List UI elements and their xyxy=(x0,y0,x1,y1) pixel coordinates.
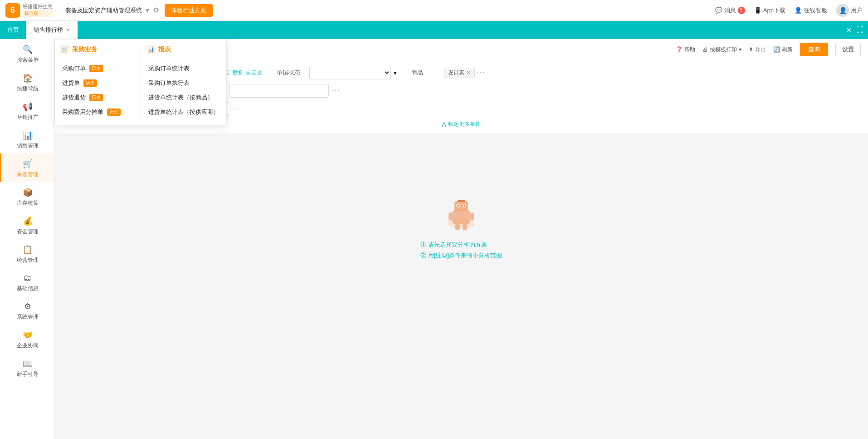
sidebar-item-inventory[interactable]: 📦 库存核算 xyxy=(0,182,54,211)
salesperson-input[interactable] xyxy=(229,84,329,98)
purchase-header-icon: 🛒 xyxy=(60,45,69,54)
purchase-order-exec-label: 采购订单执行表 xyxy=(148,79,190,87)
message-badge: 5 xyxy=(738,7,745,14)
goods-tag-close[interactable]: ✕ xyxy=(466,69,471,76)
title-dropdown-btn[interactable]: ▾ xyxy=(146,6,149,15)
service-label: 在线客服 xyxy=(804,6,827,15)
svg-point-6 xyxy=(463,205,465,207)
tabbar-actions: ✕ ⛶ xyxy=(846,26,868,35)
dropdown-item-goods-stat-supplier[interactable]: 进货单统计表（按供应商） xyxy=(146,105,221,119)
sidebar-item-quick-nav-label: 快捷导航 xyxy=(17,85,39,93)
service-btn[interactable]: 👤 在线客服 xyxy=(795,6,827,15)
refresh-btn[interactable]: 🔄 刷新 xyxy=(773,46,793,54)
help-label: 帮助 xyxy=(684,46,695,54)
topbar-settings-btn[interactable]: ⚙ xyxy=(153,6,159,15)
operations-icon: 📋 xyxy=(23,245,33,255)
system-icon: ⚙ xyxy=(24,301,31,311)
purchase-order-stat-label: 采购订单统计表 xyxy=(148,64,190,73)
order-status-label: 单据状态 xyxy=(277,69,304,77)
tabbar: 首页 销售排行榜 ✕ ✕ ⛶ xyxy=(0,21,868,39)
goods-more-btn[interactable]: ··· xyxy=(477,69,485,77)
salesperson-more-btn[interactable]: ··· xyxy=(332,87,340,95)
hint1-num: ① xyxy=(420,241,426,248)
sidebar-item-quick-nav[interactable]: 🏠 快捷导航 xyxy=(0,68,54,96)
purchase-business-col: 🛒 采购业务 采购订单 历史 进货单 历史 进货退货 历史 采购费用分摊单 历史 xyxy=(55,45,141,119)
service-icon: 👤 xyxy=(795,7,802,14)
sidebar-item-operations-label: 经营管理 xyxy=(17,256,39,264)
basic-info-icon: 🗂 xyxy=(24,273,32,283)
help-icon: ❓ xyxy=(676,46,683,53)
message-btn[interactable]: 💬 消息 5 xyxy=(715,6,745,15)
sidebar-item-enterprise[interactable]: 🤝 企业协同 xyxy=(0,325,54,353)
goods-tag-text: 设计素 xyxy=(448,69,464,77)
sidebar-item-marketing[interactable]: 📢 营销推广 xyxy=(0,96,54,125)
home-icon: 🏠 xyxy=(23,73,33,83)
sidebar-item-purchase[interactable]: 🛒 采购管理 xyxy=(0,153,54,182)
search-icon: 🔍 xyxy=(23,44,33,54)
print-icon: 🖨 xyxy=(702,46,708,53)
sidebar-item-enterprise-label: 企业协同 xyxy=(17,342,39,350)
export-btn[interactable]: ⬆ 导出 xyxy=(749,46,766,54)
refresh-icon: 🔄 xyxy=(773,46,780,53)
query-btn[interactable]: 查询 xyxy=(800,43,828,56)
system-title-area: 装备及固定资产辅助管理系统 ▾ ⚙ xyxy=(60,6,165,15)
svg-rect-9 xyxy=(470,212,474,221)
svg-rect-8 xyxy=(449,212,452,221)
dropdown-item-purchase-order-exec[interactable]: 采购订单执行表 xyxy=(146,76,221,90)
shortcut-custom[interactable]: 自定义 xyxy=(246,69,262,77)
sidebar-item-finance[interactable]: 💰 资金管理 xyxy=(0,211,54,239)
phone-icon: 📱 xyxy=(754,7,761,14)
robot-svg xyxy=(439,190,484,235)
tab-home[interactable]: 首页 xyxy=(0,21,26,39)
sidebar-item-system[interactable]: ⚙ 系统管理 xyxy=(0,296,54,325)
goods-stat-product-label: 进货单统计表（按商品） xyxy=(148,94,213,102)
dropdown-item-purchase-expense[interactable]: 采购费用分摊单 历史 xyxy=(60,105,135,119)
tab-sales-rank[interactable]: 销售排行榜 ✕ xyxy=(26,21,78,39)
dropdown-item-purchase-order[interactable]: 采购订单 历史 xyxy=(60,61,135,76)
print-btn[interactable]: 🖨 按模板打印 ▾ xyxy=(702,46,741,54)
goods-receipt-label: 进货单 xyxy=(62,79,80,87)
report-title: 报表 xyxy=(158,45,171,54)
industry-btn[interactable]: 体验行业方案 xyxy=(165,4,213,17)
help-btn[interactable]: ❓ 帮助 xyxy=(676,46,695,54)
app-download-btn[interactable]: 📱 App下载 xyxy=(754,6,785,15)
sidebar-item-sales-label: 销售管理 xyxy=(17,142,39,150)
user-btn[interactable]: 👤 用户 xyxy=(836,4,863,17)
goods-stat-supplier-label: 进货单统计表（按供应商） xyxy=(148,108,219,116)
sidebar-item-basic-info[interactable]: 🗂 基础信息 xyxy=(0,268,54,296)
dropdown-item-goods-receipt[interactable]: 进货单 历史 xyxy=(60,76,135,90)
goods-receipt-history-badge: 历史 xyxy=(83,79,97,87)
marketing-icon: 📢 xyxy=(23,102,33,112)
customer-more-btn[interactable]: ··· xyxy=(233,105,242,113)
tabbar-expand-icon[interactable]: ⛶ xyxy=(856,26,863,34)
export-label: 导出 xyxy=(755,46,766,54)
export-icon: ⬆ xyxy=(749,46,753,53)
logo-icon: 6 xyxy=(5,3,20,18)
topbar: 6 畅捷通好生意 标准版 装备及固定资产辅助管理系统 ▾ ⚙ 体验行业方案 💬 … xyxy=(0,0,868,21)
sidebar-item-search-label: 搜索菜单 xyxy=(17,56,39,64)
purchase-business-header: 🛒 采购业务 xyxy=(60,45,135,57)
purchase-order-history-badge: 历史 xyxy=(89,65,103,72)
sidebar-item-operations[interactable]: 📋 经营管理 xyxy=(0,239,54,268)
hint1-text: 请先选择要分析的方案 xyxy=(428,241,487,248)
sidebar: 🔍 搜索菜单 🏠 快捷导航 📢 营销推广 📊 销售管理 🛒 采购管理 📦 xyxy=(0,39,54,439)
tabbar-close-icon[interactable]: ✕ xyxy=(846,26,852,35)
purchase-expense-label: 采购费用分摊单 xyxy=(62,108,103,116)
order-status-select[interactable] xyxy=(309,66,391,79)
sidebar-item-guide[interactable]: 📖 新手引导 xyxy=(0,353,54,382)
sidebar-item-search[interactable]: 🔍 搜索菜单 xyxy=(0,39,54,68)
svg-rect-1 xyxy=(452,210,470,224)
dropdown-item-goods-return[interactable]: 进货退货 历史 xyxy=(60,90,135,105)
finance-icon: 💰 xyxy=(23,216,33,226)
dropdown-item-purchase-order-stat[interactable]: 采购订单统计表 xyxy=(146,61,221,76)
settings-btn[interactable]: 设置 xyxy=(835,43,861,56)
tab-close-icon[interactable]: ✕ xyxy=(66,27,70,33)
shortcut-more[interactable]: 更多 xyxy=(232,69,243,77)
tab-home-label: 首页 xyxy=(7,26,19,34)
dropdown-overlay: 🛒 采购业务 采购订单 历史 进货单 历史 进货退货 历史 采购费用分摊单 历史 xyxy=(54,39,227,125)
purchase-order-label: 采购订单 xyxy=(62,64,86,73)
goods-tag: 设计素 ✕ xyxy=(444,68,475,78)
dropdown-item-goods-stat-product[interactable]: 进货单统计表（按商品） xyxy=(146,90,221,105)
sidebar-item-sales[interactable]: 📊 销售管理 xyxy=(0,125,54,153)
app-label: App下载 xyxy=(763,6,785,15)
